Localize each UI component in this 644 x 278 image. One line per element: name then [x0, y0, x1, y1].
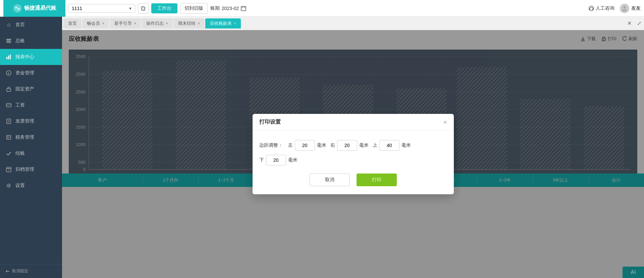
support-label: 人工咨询 — [596, 5, 614, 11]
tab-guide-close[interactable]: × — [134, 21, 136, 26]
sidebar-item-invoices[interactable]: 发票管理 — [0, 113, 62, 129]
sidebar-label-tax: 税务管理 — [15, 134, 34, 140]
pin-icon — [5, 269, 10, 274]
cancel-button[interactable]: 取消 — [310, 173, 350, 186]
sidebar-footer-cancel-pin[interactable]: 取消固定 — [0, 264, 62, 278]
sidebar-item-funds[interactable]: ¥ 资金管理 — [0, 65, 62, 81]
sidebar-label-funds: 资金管理 — [15, 70, 34, 76]
sidebar-item-settings[interactable]: 设置 — [0, 178, 62, 194]
tab-oplog[interactable]: 操作日志 × — [142, 18, 173, 28]
confirm-print-button[interactable]: 打印 — [357, 173, 397, 186]
margin-bottom-group: 下 毫米 — [259, 155, 298, 165]
period-value: 2023-02 — [222, 6, 239, 11]
margin-left-input[interactable] — [295, 140, 315, 151]
reports-icon — [5, 54, 12, 60]
sidebar-label-ledger: 总账 — [15, 38, 25, 44]
tab-close-all-button[interactable]: ✕ — [626, 19, 633, 28]
margin-top-input[interactable] — [379, 140, 399, 151]
funds-icon: ¥ — [5, 70, 12, 76]
invoices-icon — [5, 118, 12, 125]
workbench-button[interactable]: 工作台 — [151, 3, 177, 13]
svg-rect-26 — [7, 135, 11, 139]
sidebar-label-payroll: 工资 — [15, 102, 25, 108]
dialog-title: 打印设置 — [259, 119, 281, 126]
sidebar-item-archive[interactable]: 归档管理 — [0, 161, 62, 178]
svg-rect-9 — [592, 9, 593, 10]
calendar-icon — [241, 6, 246, 11]
margin-top-group: 上 毫米 — [373, 140, 411, 151]
tab-oplog-close[interactable]: × — [166, 21, 168, 26]
tab-aging[interactable]: 应收账龄表 × — [205, 18, 241, 28]
logo-icon — [13, 4, 22, 13]
dialog-header: 打印设置 × — [253, 114, 454, 131]
svg-text:¥: ¥ — [7, 72, 10, 75]
tab-guide[interactable]: 新手引导 × — [110, 18, 141, 28]
settings-icon — [5, 182, 12, 189]
period-label-text: 账期 — [210, 5, 220, 11]
period-area: 账期 2023-02 — [210, 5, 246, 11]
dialog-close-button[interactable]: × — [443, 119, 447, 125]
sidebar-item-checkout[interactable]: 结账 — [0, 145, 62, 161]
tab-period-end-label: 期末结转 — [178, 20, 196, 26]
svg-rect-15 — [8, 56, 9, 59]
company-name: 1111 — [72, 6, 127, 11]
tab-home[interactable]: 首页 — [63, 18, 82, 28]
svg-rect-19 — [7, 89, 11, 91]
dropdown-icon: ▾ — [129, 6, 131, 11]
tab-member[interactable]: 畅会员 × — [82, 18, 109, 28]
tab-period-end-close[interactable]: × — [198, 21, 200, 26]
user-area[interactable]: 友友 — [620, 4, 641, 13]
svg-rect-3 — [241, 6, 246, 11]
sidebar-label-fixed-assets: 固定资产 — [15, 86, 34, 92]
svg-rect-12 — [6, 41, 11, 42]
margin-right-input[interactable] — [337, 140, 357, 151]
copy-button[interactable] — [138, 3, 149, 14]
sidebar-label-settings: 设置 — [15, 183, 25, 189]
page-content: 应收账龄表 下载 — [62, 30, 644, 278]
svg-rect-14 — [6, 57, 7, 59]
checkout-icon — [5, 150, 12, 157]
sidebar-label-reports: 报表中心 — [15, 54, 34, 60]
margin-right-group: 右 毫米 — [330, 140, 369, 151]
margin-top-unit: 毫米 — [401, 142, 411, 148]
avatar — [620, 4, 629, 13]
tab-aging-close[interactable]: × — [234, 21, 236, 26]
tab-member-label: 畅会员 — [87, 20, 100, 26]
sidebar-item-general-ledger[interactable]: 总账 — [0, 33, 62, 49]
home-icon: ⌂ — [5, 21, 12, 28]
svg-rect-13 — [6, 42, 11, 43]
tabs-right: ✕ ⤢ — [626, 19, 643, 28]
tab-member-close[interactable]: × — [102, 21, 104, 26]
switch-old-button[interactable]: 切到旧版 — [180, 3, 208, 14]
svg-rect-20 — [6, 103, 11, 107]
ledger-icon — [5, 38, 12, 44]
sidebar-item-fixed-assets[interactable]: 固定资产 — [0, 81, 62, 97]
print-settings-overlay: 打印设置 × 边距调整： 左 毫米 右 — [62, 30, 644, 278]
margin-bottom-label: 下 — [259, 157, 264, 163]
logo-area: 畅捷通易代账 — [3, 0, 65, 17]
sidebar-footer-label: 取消固定 — [12, 268, 28, 274]
sidebar-item-payroll[interactable]: 工资 — [0, 97, 62, 113]
company-selector[interactable]: 1111 ▾ — [68, 4, 135, 13]
sidebar-item-label: 首页 — [15, 22, 25, 28]
sidebar-item-tax[interactable]: 税务管理 — [0, 129, 62, 145]
tab-maximize-button[interactable]: ⤢ — [636, 19, 643, 28]
sidebar-item-home[interactable]: ⌂ 首页 — [0, 17, 62, 33]
margin-right-unit: 毫米 — [359, 142, 369, 148]
fixed-assets-icon — [5, 86, 12, 92]
tab-guide-label: 新手引导 — [114, 20, 132, 26]
sidebar-label-archive: 归档管理 — [15, 166, 34, 172]
print-settings-dialog: 打印设置 × 边距调整： 左 毫米 右 — [253, 114, 454, 194]
tab-oplog-label: 操作日志 — [146, 20, 164, 26]
sidebar-item-reports[interactable]: 报表中心 — [0, 49, 62, 65]
header-right: 人工咨询 友友 — [588, 4, 641, 13]
svg-point-10 — [623, 6, 626, 9]
tab-aging-label: 应收账龄表 — [210, 20, 232, 26]
dialog-body: 边距调整： 左 毫米 右 毫米 — [253, 131, 454, 173]
top-header: 畅捷通易代账 1111 ▾ 工作台 切到旧版 账期 2023-02 — [0, 0, 644, 17]
support-link[interactable]: 人工咨询 — [588, 5, 614, 11]
margin-left-group: 左 毫米 — [288, 140, 326, 151]
tab-period-end[interactable]: 期末结转 × — [173, 18, 205, 28]
margin-bottom-input[interactable] — [266, 155, 286, 165]
margin-left-unit: 毫米 — [317, 142, 326, 148]
